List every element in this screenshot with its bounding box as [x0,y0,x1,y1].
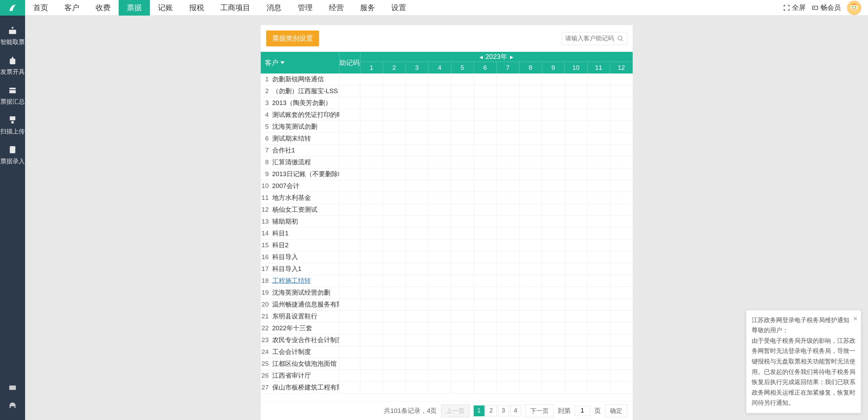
col-month-12: 12 [610,62,633,74]
year-next-icon[interactable]: ▸ [510,53,513,61]
table-row[interactable]: 27保山市板桥建筑工程有限责任... [261,382,633,394]
notification-greet: 尊敬的用户： [752,325,855,336]
table-row[interactable]: 1勿删新锐网络通信 [261,74,633,85]
close-icon[interactable]: × [853,312,857,325]
svg-rect-12 [12,121,14,124]
table-row[interactable]: 17科目导入1 [261,263,633,275]
svg-point-15 [618,36,622,40]
nav-管理[interactable]: 管理 [290,0,321,16]
table-row[interactable]: 21东明县设置鞋行 [261,311,633,322]
pager-page-2[interactable]: 2 [486,405,497,416]
nav-首页[interactable]: 首页 [25,0,56,16]
nav-客户[interactable]: 客户 [56,0,87,16]
pager-goto-input[interactable] [575,406,590,416]
svg-rect-13 [10,146,15,153]
year-selector[interactable]: ◂ 2023年 ▸ [360,52,633,62]
table-row[interactable]: 18工程施工结转 [261,275,633,287]
svg-rect-14 [9,385,16,390]
table-row[interactable]: 26江西省审计厅 [261,370,633,382]
table-row[interactable]: 16科目导入 [261,251,633,263]
table-row[interactable]: 7合作社1 [261,145,633,156]
table-row[interactable]: 14科目1 [261,228,633,239]
svg-point-1 [814,7,815,8]
svg-point-4 [852,6,853,7]
table-row[interactable]: 11地方水利基金 [261,192,633,204]
headset-icon[interactable] [8,401,17,410]
col-month-7: 7 [497,62,519,74]
svg-rect-9 [9,88,16,89]
col-month-9: 9 [542,62,565,74]
table-row[interactable]: 2（勿删）江西服宝-LSS [261,85,633,97]
sidebar-icon-0 [8,26,17,35]
app-logo[interactable] [0,0,25,16]
monitor-icon[interactable] [8,384,17,393]
table-row[interactable]: 102007会计 [261,180,633,192]
pager-page-4[interactable]: 4 [510,405,521,416]
svg-rect-11 [10,117,15,121]
sidebar-icon-2 [8,85,17,95]
table-row[interactable]: 13辅助期初 [261,216,633,228]
year-prev-icon[interactable]: ◂ [479,53,483,61]
search-icon[interactable] [617,35,624,42]
notification-panel: × 江苏政务网登录电子税务局维护通知 尊敬的用户： 由于受电子税务局升级的影响，… [746,310,861,413]
col-month-6: 6 [474,62,497,74]
pager-summary: 共101条记录，4页 [384,406,437,415]
nav-报税[interactable]: 报税 [181,0,212,16]
col-month-11: 11 [588,62,610,74]
avatar[interactable] [847,1,861,15]
table-row[interactable]: 25江都区仙女镇泡泡面馆 [261,358,633,370]
pager-page-3[interactable]: 3 [498,405,509,416]
pager-confirm[interactable]: 确定 [605,404,627,417]
nav-服务[interactable]: 服务 [352,0,383,16]
table-row[interactable]: 20温州畅捷通信息服务有限公司 [261,299,633,311]
nav-消息[interactable]: 消息 [258,0,290,16]
nav-经营[interactable]: 经营 [321,0,352,16]
sidebar-icon-4 [8,145,17,154]
sidebar-icon-3 [8,115,17,125]
nav-记账[interactable]: 记账 [150,0,181,16]
col-month-3: 3 [406,62,429,74]
table-row[interactable]: 6测试期末结转 [261,133,633,145]
table-row[interactable]: 15科目2 [261,239,633,251]
nav-票据[interactable]: 票据 [119,0,150,16]
sidebar-item-2[interactable]: 票据汇总 [0,81,25,110]
ticket-type-settings-button[interactable]: 票据类别设置 [266,30,319,46]
table-row[interactable]: 92013日记账（不要删除哈，谢... [261,168,633,180]
svg-rect-6 [12,27,14,29]
col-customer[interactable]: 客户 [261,52,339,74]
pager-next[interactable]: 下一页 [525,404,554,417]
member-label: 畅会员 [821,3,841,12]
member-button[interactable]: 畅会员 [812,3,841,12]
svg-rect-8 [10,59,15,64]
notification-title: 江苏政务网登录电子税务局维护通知 [752,315,855,326]
notification-body: 由于受电子税务局升级的影响，江苏政务网暂时无法登录电子税务局，导致一键报税与无盘… [752,336,855,408]
table-row[interactable]: 32013（陶美芳勿删） [261,97,633,109]
svg-rect-0 [813,6,818,9]
table-row[interactable]: 23农民专业合作社会计制度 [261,334,633,346]
fullscreen-button[interactable]: 全屏 [783,3,806,12]
col-month-5: 5 [451,62,474,74]
nav-收费[interactable]: 收费 [87,0,119,16]
pager-prev[interactable]: 上一页 [441,404,470,417]
svg-rect-7 [9,30,16,34]
table-row[interactable]: 222022年十三套 [261,322,633,334]
col-month-1: 1 [360,62,383,74]
sidebar-item-0[interactable]: 智能取票 [0,21,25,51]
sort-desc-icon [280,61,284,64]
nav-设置[interactable]: 设置 [383,0,414,16]
nav-工商项目[interactable]: 工商项目 [212,0,258,16]
table-row[interactable]: 8汇算清缴流程 [261,156,633,168]
table-row[interactable]: 19沈海英测试经营勿删 [261,287,633,299]
col-month-4: 4 [429,62,451,74]
sidebar-item-1[interactable]: 发票开具 [0,51,25,81]
svg-point-5 [855,6,856,7]
table-row[interactable]: 24工会会计制度 [261,346,633,358]
table-row[interactable]: 5沈海英测试勿删 [261,121,633,133]
col-code: 助记码 [339,52,360,74]
sidebar-icon-1 [8,56,17,65]
table-row[interactable]: 4测试账套的凭证打印的时候是否 [261,109,633,121]
sidebar-item-4[interactable]: 票据录入 [0,140,25,170]
table-row[interactable]: 12杨仙女工资测试 [261,204,633,216]
sidebar-item-3[interactable]: 扫描上传 [0,110,25,140]
pager-page-1[interactable]: 1 [474,405,485,416]
